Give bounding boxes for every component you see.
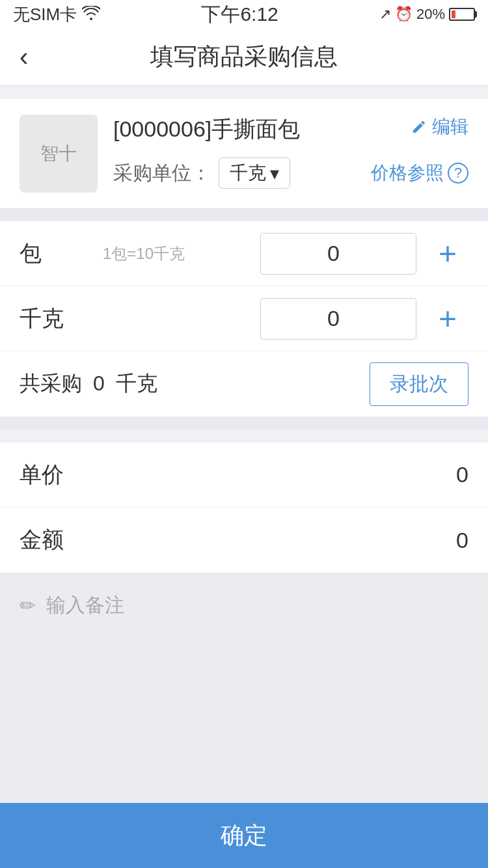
unit-price-value: 0 [456, 462, 468, 487]
unit-select[interactable]: 千克 ▾ [219, 157, 290, 189]
price-section: 单价 0 金额 0 [0, 442, 488, 573]
price-ref-button[interactable]: 价格参照 ? [371, 161, 468, 185]
divider-1 [0, 208, 488, 221]
pencil-icon: ✏ [20, 594, 36, 617]
amount-value: 0 [456, 528, 468, 553]
kg-input-row: 千克 + [0, 286, 488, 351]
kg-label: 千克 [20, 304, 98, 334]
confirm-button[interactable]: 确定 [0, 803, 488, 868]
battery-icon [449, 8, 475, 21]
location-icon: ↗ [379, 6, 391, 23]
unit-price-label: 单价 [20, 460, 64, 490]
status-bar: 无SIM卡 下午6:12 ↗ ⏰ 20% [0, 0, 488, 29]
total-value: 0 [93, 372, 105, 395]
status-time: 下午6:12 [201, 1, 278, 28]
pack-sublabel: 1包=10千克 [103, 243, 185, 264]
note-section[interactable]: ✏ 输入备注 [0, 573, 488, 638]
product-logo: 智十 [40, 141, 77, 166]
status-right: ↗ ⏰ 20% [379, 6, 475, 23]
unit-label: 采购单位： [113, 160, 211, 187]
back-button[interactable]: ‹ [20, 42, 59, 72]
kg-plus-button[interactable]: + [427, 298, 468, 340]
pack-plus-button[interactable]: + [427, 233, 468, 275]
battery-percentage: 20% [416, 6, 445, 23]
product-name: [0000006]手撕面包 [113, 115, 300, 144]
kg-input-control: + [98, 298, 468, 340]
kg-number-input[interactable] [260, 298, 416, 340]
total-unit: 千克 [116, 372, 157, 395]
edit-button[interactable]: 编辑 [411, 115, 468, 139]
note-placeholder: 输入备注 [46, 592, 124, 619]
input-section: 包 1包=10千克 + 千克 + [0, 221, 488, 351]
pack-input-row: 包 1包=10千克 + [0, 221, 488, 286]
product-card: 智十 [0000006]手撕面包 编辑 采购单位： 千克 ▾ 价格参照 ? [0, 99, 488, 208]
status-left: 无SIM卡 [13, 3, 100, 26]
product-info: [0000006]手撕面包 编辑 采购单位： 千克 ▾ 价格参照 ? [113, 115, 468, 189]
total-prefix: 共采购 [20, 372, 82, 395]
unit-price-row: 单价 0 [0, 442, 488, 508]
unit-value: 千克 [230, 161, 266, 185]
unit-dropdown-icon: ▾ [270, 163, 279, 184]
pack-number-input[interactable] [260, 233, 416, 275]
page-title: 填写商品采购信息 [150, 41, 338, 73]
wifi-icon [82, 5, 100, 25]
nav-bar: ‹ 填写商品采购信息 [0, 29, 488, 86]
pack-label: 包 [20, 239, 98, 269]
divider-2 [0, 416, 488, 429]
edit-label: 编辑 [432, 115, 468, 139]
pack-input-control: + [185, 233, 468, 275]
product-header: [0000006]手撕面包 编辑 [113, 115, 468, 144]
carrier-label: 无SIM卡 [13, 3, 77, 26]
amount-row: 金额 0 [0, 508, 488, 573]
total-text-container: 共采购 0 千克 [20, 370, 157, 398]
product-unit-row: 采购单位： 千克 ▾ 价格参照 ? [113, 157, 468, 189]
batch-button[interactable]: 录批次 [370, 362, 468, 406]
confirm-label: 确定 [221, 820, 267, 852]
amount-label: 金额 [20, 525, 64, 555]
total-row: 共采购 0 千克 录批次 [0, 351, 488, 416]
price-ref-help-icon: ? [448, 163, 468, 183]
price-ref-label: 价格参照 [371, 161, 444, 185]
alarm-icon: ⏰ [395, 6, 413, 23]
product-thumbnail: 智十 [20, 115, 98, 193]
